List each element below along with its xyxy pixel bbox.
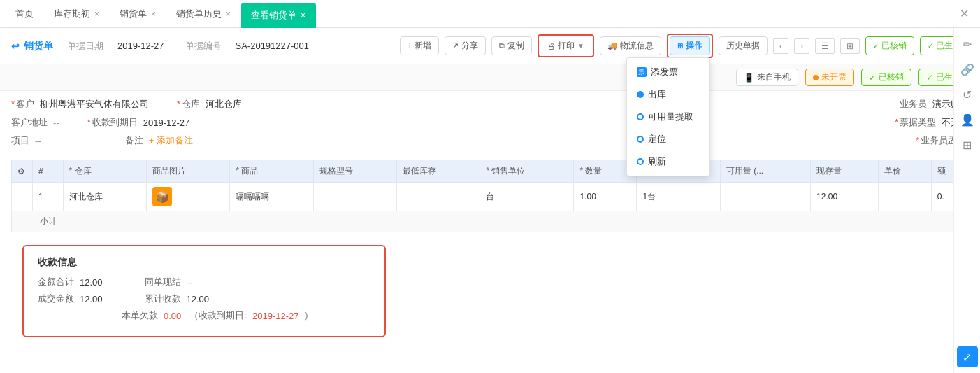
this-order-owe-value: 0.00 bbox=[164, 311, 181, 321]
note-field: 备注 + 添加备注 bbox=[125, 134, 193, 147]
project-label: 项目 bbox=[11, 134, 29, 147]
warehouse-field: 仓库 河北仓库 bbox=[177, 98, 242, 111]
doc-date-label: 单据日期 bbox=[67, 40, 103, 52]
cell-gear bbox=[12, 183, 33, 211]
payment-row-2: 成交金额 12.00 累计收款 12.00 bbox=[38, 293, 370, 305]
available-qty-icon bbox=[637, 113, 644, 120]
tab-sales[interactable]: 销货单 × bbox=[110, 0, 166, 28]
tab-inventory-close[interactable]: × bbox=[94, 9, 99, 19]
total-amount-value: 12.00 bbox=[80, 277, 103, 288]
due-date-field: 收款到期日 2019-12-27 bbox=[87, 116, 190, 129]
sidebar-expand-icon[interactable]: ⤢ bbox=[957, 346, 978, 367]
sidebar-link-icon[interactable]: 🔗 bbox=[957, 59, 978, 80]
product-image: 📦 bbox=[152, 187, 172, 206]
tab-bar: 首页 库存期初 × 销货单 × 销货单历史 × 查看销货单 × ✕ bbox=[0, 0, 980, 28]
total-amount-field: 金额合计 12.00 bbox=[38, 276, 103, 288]
project-value: -- bbox=[35, 136, 41, 146]
due-date-display: 2019-12-27 bbox=[252, 311, 299, 321]
sidebar-edit-icon[interactable]: ✏ bbox=[957, 34, 978, 55]
tab-sales-close[interactable]: × bbox=[151, 9, 156, 19]
share-button[interactable]: ↗ 分享 bbox=[445, 36, 486, 55]
col-gear: ⚙ bbox=[12, 160, 33, 183]
next-record-button[interactable]: › bbox=[794, 38, 809, 54]
employee-label: 业务员 bbox=[900, 98, 927, 111]
cell-min-stock bbox=[397, 183, 480, 211]
tab-sales-history-close[interactable]: × bbox=[226, 9, 231, 19]
transaction-amount-value: 12.00 bbox=[80, 294, 103, 304]
already-void-button[interactable]: ✓ 已核销 bbox=[865, 36, 914, 55]
same-order-value: -- bbox=[187, 277, 193, 288]
table-wrap: ⚙ # * 仓库 商品图片 * 商品 规格型号 最低库存 * 销售单位 * 数量… bbox=[0, 160, 980, 232]
action-bar: 📱 来自手机 未开票 ✓ 已核销 ✓ 已生效 bbox=[0, 64, 980, 91]
this-order-owe-field: 本单欠款 0.00 （收款到期日: 2019-12-27 ） bbox=[122, 309, 313, 322]
add-button[interactable]: + 新增 bbox=[400, 36, 439, 55]
warehouse-label: 仓库 bbox=[177, 98, 200, 111]
not-invoiced-tag[interactable]: 未开票 bbox=[805, 69, 854, 86]
doc-title: ↩ 销货单 bbox=[11, 40, 53, 52]
table-header: ⚙ # * 仓库 商品图片 * 商品 规格型号 最低库存 * 销售单位 * 数量… bbox=[12, 160, 969, 183]
payment-row-1: 金额合计 12.00 同单现结 -- bbox=[38, 276, 370, 288]
tab-view-sales-close[interactable]: × bbox=[301, 10, 305, 20]
tab-sales-history[interactable]: 销货单历史 × bbox=[166, 0, 241, 28]
doc-no-value: SA-20191227-001 bbox=[236, 41, 310, 51]
cell-product-img: 📦 bbox=[146, 183, 229, 211]
col-rowno: # bbox=[33, 160, 64, 183]
tab-inventory[interactable]: 库存期初 × bbox=[44, 0, 110, 28]
cumulative-label: 累计收款 bbox=[145, 293, 181, 305]
op-dropdown: ⊞ 操作 票 添发票 出库 bbox=[670, 36, 710, 55]
doc-meta: 单据日期 2019-12-27 单据编号 SA-20191227-001 bbox=[67, 40, 309, 52]
customer-field: 客户 柳州粤港平安气体有限公司 bbox=[11, 98, 149, 111]
prev-record-button[interactable]: ‹ bbox=[773, 38, 788, 54]
print-button[interactable]: 🖨 打印 ▼ bbox=[540, 37, 591, 55]
tab-home[interactable]: 首页 bbox=[6, 0, 44, 28]
op-button[interactable]: ⊞ 操作 bbox=[670, 36, 710, 55]
col-current-qty: 现存量 bbox=[811, 160, 879, 183]
right-sidebar: ✏ 🔗 ↺ 👤 ⊞ ⤢ bbox=[953, 28, 980, 373]
cumulative-value: 12.00 bbox=[187, 294, 210, 304]
cell-sales-unit: 台 bbox=[480, 183, 574, 211]
table-body: 1 河北仓库 📦 嗝嗝嗝嗝 台 1.00 1台 12.00 bbox=[12, 183, 969, 232]
op-locate[interactable]: 定位 bbox=[627, 128, 709, 150]
effective-icon: ✓ bbox=[926, 73, 933, 83]
note-add-btn[interactable]: + 添加备注 bbox=[149, 134, 193, 147]
logistics-button[interactable]: 🚚 物流信息 bbox=[600, 36, 661, 55]
copy-button[interactable]: ⧉ 复制 bbox=[491, 36, 532, 55]
circle-icon bbox=[813, 75, 819, 80]
ticket-type-label: 票据类型 bbox=[895, 116, 936, 129]
outbound-icon bbox=[637, 91, 644, 98]
transaction-amount-field: 成交金额 12.00 bbox=[38, 293, 103, 305]
form-row-1: 客户 柳州粤港平安气体有限公司 仓库 河北仓库 业务员 演示账号 bbox=[11, 98, 969, 111]
op-available-qty[interactable]: 可用量提取 bbox=[627, 106, 709, 128]
address-value: -- bbox=[53, 118, 59, 128]
doc-header: ↩ 销货单 单据日期 2019-12-27 单据编号 SA-20191227-0… bbox=[0, 28, 980, 64]
note-label: 备注 bbox=[125, 134, 143, 147]
sidebar-user-icon[interactable]: 👤 bbox=[957, 109, 978, 130]
sidebar-grid-icon[interactable]: ⊞ bbox=[957, 134, 978, 155]
phone-icon: 📱 bbox=[744, 73, 754, 83]
op-refresh[interactable]: 刷新 bbox=[627, 150, 709, 173]
tab-view-sales[interactable]: 查看销货单 × bbox=[241, 3, 316, 28]
from-phone-tag[interactable]: 📱 来自手机 bbox=[736, 69, 798, 86]
this-order-owe-label: 本单欠款 bbox=[122, 309, 158, 322]
grid-view-button[interactable]: ⊞ bbox=[840, 38, 860, 54]
doc-date-value: 2019-12-27 bbox=[117, 41, 164, 51]
check-icon: ✓ bbox=[869, 73, 876, 83]
form-section: 客户 柳州粤港平安气体有限公司 仓库 河北仓库 业务员 演示账号 客户地址 -- bbox=[0, 91, 980, 160]
col-spec: 规格型号 bbox=[313, 160, 396, 183]
customer-value: 柳州粤港平安气体有限公司 bbox=[40, 98, 149, 111]
cumulative-field: 累计收款 12.00 bbox=[145, 293, 210, 305]
payment-row-3: 本单欠款 0.00 （收款到期日: 2019-12-27 ） bbox=[38, 309, 370, 322]
window-close-button[interactable]: ✕ bbox=[954, 7, 974, 20]
subtotal-label: 小计 bbox=[12, 211, 969, 232]
col-min-stock: 最低库存 bbox=[397, 160, 480, 183]
history-button[interactable]: 历史单据 bbox=[719, 36, 768, 55]
col-unit-price: 单价 bbox=[879, 160, 931, 183]
col-warehouse: * 仓库 bbox=[63, 160, 146, 183]
table-row: 1 河北仓库 📦 嗝嗝嗝嗝 台 1.00 1台 12.00 bbox=[12, 183, 969, 211]
op-add-invoice[interactable]: 票 添发票 bbox=[627, 61, 709, 83]
op-outbound[interactable]: 出库 bbox=[627, 83, 709, 106]
cell-spec bbox=[313, 183, 396, 211]
list-view-button[interactable]: ☰ bbox=[815, 38, 835, 54]
payment-box: 收款信息 金额合计 12.00 同单现结 -- 成交金额 12.00 bbox=[22, 245, 386, 337]
sidebar-refresh-icon[interactable]: ↺ bbox=[957, 84, 978, 105]
